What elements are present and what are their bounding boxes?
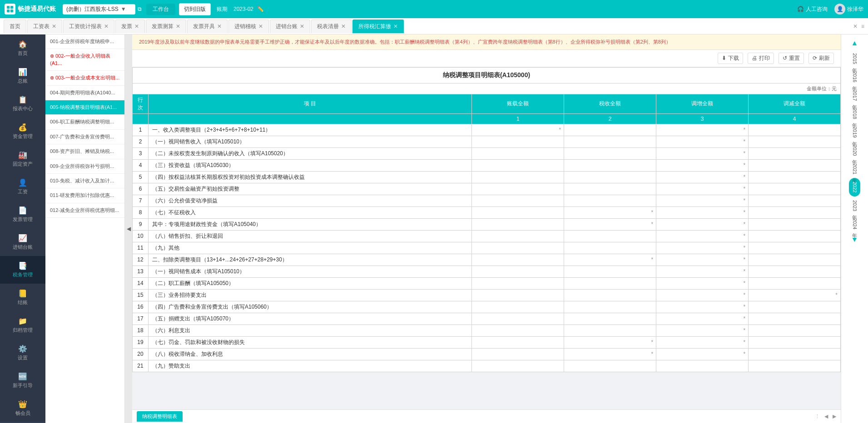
row-col4[interactable]: [749, 230, 841, 242]
year-item[interactable]: 2016年: [849, 68, 860, 86]
year-down-button[interactable]: ▼: [849, 233, 861, 246]
row-col3[interactable]: *: [656, 313, 749, 325]
copy-icon[interactable]: ⧉: [138, 6, 142, 12]
row-col1[interactable]: [472, 242, 564, 254]
row-col1[interactable]: [472, 148, 564, 159]
row-col1[interactable]: [472, 289, 564, 301]
row-col3[interactable]: *: [656, 254, 749, 266]
row-col3[interactable]: *: [656, 159, 749, 171]
year-item[interactable]: 2021年: [849, 160, 860, 178]
row-col4[interactable]: [749, 195, 841, 207]
row-col3[interactable]: *: [656, 325, 749, 336]
row-col3[interactable]: *: [656, 148, 749, 159]
row-col2[interactable]: [564, 301, 656, 313]
row-col2[interactable]: [564, 313, 656, 325]
year-item[interactable]: 2019年: [849, 123, 860, 141]
year-up-button[interactable]: ▲: [849, 37, 861, 49]
tab-payroll[interactable]: 工资表 ✕: [27, 20, 62, 33]
sheet-tab[interactable]: 纳税调整明细表: [137, 411, 183, 422]
row-col1[interactable]: [472, 301, 564, 313]
tab-invoice-close-icon[interactable]: ✕: [134, 23, 139, 30]
row-col1[interactable]: [472, 254, 564, 266]
row-col2[interactable]: [564, 148, 656, 159]
page-left-icon[interactable]: ◀: [824, 413, 828, 419]
row-col4[interactable]: [749, 207, 841, 218]
row-col3[interactable]: *: [656, 136, 749, 148]
sidebar-item-close-period[interactable]: 📒 结账: [0, 284, 45, 311]
row-col1[interactable]: [472, 277, 564, 289]
sidebar-item-assets[interactable]: 🏭 固定资产: [0, 145, 45, 173]
row-col4[interactable]: [749, 183, 841, 195]
tab-income-tax[interactable]: 所得税汇算缴 ✕: [352, 20, 404, 33]
tab-purchase-sales[interactable]: 进销稽核 ✕: [228, 20, 269, 33]
sidebar-item-purchase-ledger[interactable]: 📈 进销台账: [0, 228, 45, 256]
switch-old-button[interactable]: 切到旧版: [179, 3, 211, 15]
list-item-012[interactable]: 012-减免企业所得税优惠明细...: [45, 203, 124, 218]
row-col4[interactable]: [749, 218, 841, 230]
sidebar-item-home[interactable]: 🏠 首页: [0, 34, 45, 62]
list-item-002[interactable]: ⊗002-一般企业收入明细表(A1...: [45, 49, 124, 71]
tab-invoice[interactable]: 发票 ✕: [115, 20, 145, 33]
year-item[interactable]: 2017年: [849, 86, 860, 104]
print-button[interactable]: 🖨 打印: [748, 53, 774, 64]
year-item[interactable]: 2018年: [849, 104, 860, 123]
list-item-004[interactable]: 004-期间费用明细表(A1040...: [45, 86, 124, 100]
list-item-008[interactable]: 008-资产折旧、摊销及纳税...: [45, 144, 124, 159]
table-wrapper[interactable]: 纳税调整项目明细表(A105000) 金额单位：元 行次 项 目 账载全额 税收…: [132, 67, 841, 410]
tab-tax-list-close-icon[interactable]: ✕: [341, 23, 346, 30]
row-col1[interactable]: [472, 136, 564, 148]
refresh-button[interactable]: ⟳ 刷新: [808, 53, 834, 64]
list-item-006[interactable]: 006-职工薪酬纳税调整明细...: [45, 115, 124, 129]
row-col4[interactable]: [749, 336, 841, 348]
row-col3[interactable]: *: [656, 171, 749, 183]
year-item[interactable]: 2015年: [849, 49, 860, 68]
row-col3[interactable]: *: [656, 348, 749, 360]
row-col3[interactable]: *: [656, 230, 749, 242]
row-col2[interactable]: [564, 289, 656, 301]
tab-purchase-sales-close-icon[interactable]: ✕: [258, 23, 263, 30]
row-col3[interactable]: *: [656, 183, 749, 195]
list-item-007[interactable]: 007-广告费和业务宣传费明...: [45, 130, 124, 144]
sidebar-item-member[interactable]: 👑 畅会员: [0, 394, 45, 422]
sidebar-item-payroll[interactable]: 👤 工资: [0, 173, 45, 201]
year-item[interactable]: 2024年: [849, 215, 860, 233]
row-col2[interactable]: [564, 230, 656, 242]
row-col2[interactable]: [564, 195, 656, 207]
row-col2[interactable]: *: [564, 254, 656, 266]
tab-ledger-close-icon[interactable]: ✕: [300, 23, 304, 30]
row-col2[interactable]: [564, 159, 656, 171]
user-service-button[interactable]: 🎧 人工咨询: [797, 5, 828, 13]
user-info-button[interactable]: 👤 徐泽华: [834, 4, 863, 15]
row-col3[interactable]: *: [656, 242, 749, 254]
row-col2[interactable]: [564, 124, 656, 136]
tab-invoice-calc[interactable]: 发票测算 ✕: [146, 20, 186, 33]
tab-invoice-issue[interactable]: 发票开具 ✕: [187, 20, 228, 33]
close-all-icon[interactable]: ✕: [853, 23, 858, 30]
row-col1[interactable]: [472, 313, 564, 325]
row-col4[interactable]: [749, 266, 841, 277]
row-col3[interactable]: *: [656, 301, 749, 313]
reset-button[interactable]: ↺ 重置: [779, 53, 804, 64]
row-col4[interactable]: [749, 124, 841, 136]
row-col3[interactable]: *: [656, 124, 749, 136]
row-col4[interactable]: [749, 148, 841, 159]
list-item-009[interactable]: 009-企业所得税弥补亏损明...: [45, 159, 124, 174]
download-button[interactable]: ⬇ 下载: [718, 53, 743, 64]
row-col4[interactable]: [749, 254, 841, 266]
row-col1[interactable]: [472, 171, 564, 183]
list-item-001[interactable]: 001-企业所得税年度纳税申...: [45, 34, 124, 49]
row-col1[interactable]: [472, 183, 564, 195]
row-col2[interactable]: [564, 242, 656, 254]
row-col2[interactable]: *: [564, 218, 656, 230]
year-item[interactable]: 2020年: [849, 141, 860, 159]
row-col2[interactable]: [564, 136, 656, 148]
row-col3[interactable]: [656, 360, 749, 372]
row-col2[interactable]: *: [564, 207, 656, 218]
row-col4[interactable]: [749, 136, 841, 148]
row-col4[interactable]: [749, 325, 841, 336]
row-col1[interactable]: [472, 195, 564, 207]
menu-icon[interactable]: ≡: [861, 23, 864, 30]
tab-payroll-stats-close-icon[interactable]: ✕: [104, 23, 109, 30]
sidebar-item-finance[interactable]: 💰 资金管理: [0, 118, 45, 145]
row-col1[interactable]: [472, 360, 564, 372]
